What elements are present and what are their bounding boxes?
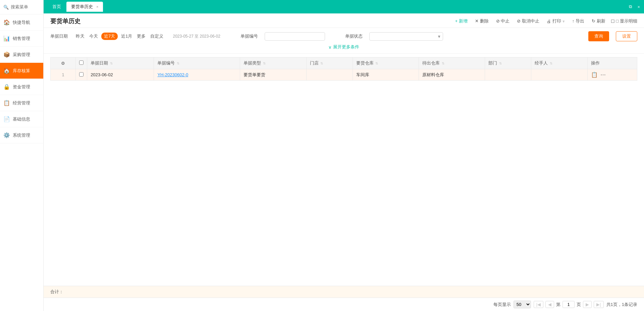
- table-row: 1 2023-06-02 YH-20230602-0 要货单要货 车间库 原材料…: [51, 69, 637, 81]
- delete-button[interactable]: ✕ 删除: [473, 17, 491, 26]
- refresh-button[interactable]: ↻ 刷新: [590, 17, 607, 26]
- sidebar-item-operation[interactable]: 📋 经营管理: [0, 95, 43, 111]
- sidebar-item-finance[interactable]: 🔒 资金管理: [0, 79, 43, 95]
- sidebar-search-label: 搜索菜单: [11, 4, 28, 10]
- tab-history[interactable]: 要货单历史 ×: [66, 2, 103, 12]
- expand-more[interactable]: ∨ 展开更多条件: [50, 44, 637, 50]
- row-store: [306, 69, 353, 81]
- th-checkbox: [76, 57, 87, 69]
- chevron-down-icon: ∨: [328, 45, 332, 50]
- top-bar: 首页 要货单历史 × ⧉ ×: [44, 0, 644, 13]
- sidebar-item-label: 库存核算: [13, 68, 30, 74]
- show-detail-label: □ 显示明细: [616, 18, 637, 24]
- doc-number-input[interactable]: [265, 32, 325, 41]
- box-icon: 📦: [3, 51, 10, 58]
- show-detail-button[interactable]: ☐ □ 显示明细: [611, 18, 637, 24]
- total-label: 合计：: [50, 289, 63, 294]
- sidebar-item-system[interactable]: ⚙️ 系统管理: [0, 127, 43, 143]
- date-options: 昨天 今天 近7天 近1月 更多 自定义: [74, 33, 165, 40]
- select-all-checkbox[interactable]: [79, 60, 84, 65]
- sidebar-item-purchase[interactable]: 📦 采购管理: [0, 47, 43, 63]
- sidebar-item-sales[interactable]: 📊 销售管理: [0, 31, 43, 47]
- row-handler: [531, 69, 588, 81]
- row-checkbox-cell: [76, 69, 87, 81]
- next-page-button[interactable]: ▶: [583, 301, 592, 308]
- th-pending-warehouse[interactable]: 待出仓库 ⇅: [419, 57, 485, 69]
- th-handler[interactable]: 经手人 ⇅: [531, 57, 588, 69]
- sidebar-search[interactable]: 🔍 搜索菜单: [0, 0, 43, 14]
- settings-button[interactable]: 设置: [616, 31, 637, 41]
- prev-page-button[interactable]: ◀: [545, 301, 554, 308]
- home-icon: 🏠: [3, 19, 10, 26]
- gear-icon: ⚙️: [3, 132, 10, 138]
- sidebar-item-label: 系统管理: [13, 132, 30, 138]
- filter-row-1: 单据日期 昨天 今天 近7天 近1月 更多 自定义 2023-05-27 至 2…: [50, 31, 637, 41]
- row-number-link[interactable]: YH-20230602-0: [157, 72, 188, 77]
- th-action: 操作: [587, 57, 637, 69]
- sidebar-item-basic[interactable]: 📄 基础信息: [0, 111, 43, 127]
- content-area: 要货单历史 + 新增 ✕ 删除 ⊘ 中止 ⊘ 取消中止 🖨 🖨 打印 打印 ▾ …: [44, 13, 644, 311]
- lock-icon: 🔒: [3, 84, 10, 90]
- row-settings: 1: [51, 69, 76, 81]
- last-page-button[interactable]: ▶|: [594, 301, 603, 308]
- page-label: 页: [577, 302, 581, 308]
- main-area: 首页 要货单历史 × ⧉ × 要货单历史 + 新增 ✕ 删除 ⊘ 中止 ⊘ 取消…: [44, 0, 644, 311]
- add-button[interactable]: + 新增: [453, 17, 470, 26]
- sidebar: 🔍 搜索菜单 🏠 快捷导航 📊 销售管理 📦 采购管理 🏠 库存核算 🔒 资金管…: [0, 0, 44, 311]
- row-edit-icon[interactable]: 📋: [591, 72, 598, 78]
- th-req-warehouse[interactable]: 要货仓库 ⇅: [353, 57, 419, 69]
- row-type: 要货单要货: [240, 69, 306, 81]
- pagination-bar: 每页显示 20 50 100 |◀ ◀ 第 页 ▶ ▶| 共1页，1条记录: [44, 298, 644, 311]
- page-title: 要货单历史: [50, 17, 80, 25]
- operation-icon: 📋: [3, 100, 10, 106]
- th-date[interactable]: 单据日期 ⇅: [87, 57, 154, 69]
- page-label-pre: 第: [556, 302, 560, 308]
- tab-home[interactable]: 首页: [48, 2, 66, 12]
- checkbox-icon: ☐: [611, 19, 615, 24]
- doc-icon: 📄: [3, 116, 10, 122]
- sidebar-item-quick-nav[interactable]: 🏠 快捷导航: [0, 14, 43, 31]
- total-info: 共1页，1条记录: [606, 302, 637, 308]
- sidebar-item-label: 销售管理: [13, 36, 30, 42]
- tab-home-label: 首页: [52, 4, 61, 10]
- export-button[interactable]: ↑ 导出: [570, 17, 586, 26]
- date-opt-1month[interactable]: 近1月: [120, 33, 133, 40]
- th-department[interactable]: 部门 ⇅: [485, 57, 531, 69]
- status-select[interactable]: [369, 32, 443, 41]
- data-table: ⚙ 单据日期 ⇅ 单据编号 ⇅ 单据类型 ⇅ 门店 ⇅ 要货仓库 ⇅ 待出仓库 …: [50, 57, 637, 81]
- th-settings[interactable]: ⚙: [51, 57, 76, 69]
- print-button[interactable]: 🖨 🖨 打印 打印 ▾: [545, 17, 567, 26]
- th-number[interactable]: 单据编号 ⇅: [154, 57, 240, 69]
- page-number-input[interactable]: [562, 301, 575, 308]
- stop-button[interactable]: ⊘ 中止: [494, 17, 512, 26]
- sidebar-item-inventory[interactable]: 🏠 库存核算: [0, 63, 43, 79]
- status-select-wrap: ▾: [369, 32, 443, 41]
- page-size-select[interactable]: 20 50 100: [514, 301, 531, 308]
- th-store[interactable]: 门店 ⇅: [306, 57, 353, 69]
- top-bar-right: ⧉ ×: [629, 4, 640, 9]
- date-opt-today[interactable]: 今天: [88, 33, 99, 40]
- cancel-stop-button[interactable]: ⊘ 取消中止: [515, 17, 541, 26]
- table-footer: 合计：: [44, 286, 644, 298]
- tab-history-close[interactable]: ×: [96, 5, 98, 9]
- status-label: 单据状态: [345, 33, 363, 39]
- filter-bar: 单据日期 昨天 今天 近7天 近1月 更多 自定义 2023-05-27 至 2…: [44, 28, 644, 54]
- close-button[interactable]: ×: [637, 4, 640, 9]
- doc-number-label: 单据编号: [240, 33, 258, 39]
- expand-more-label: 展开更多条件: [333, 44, 359, 50]
- date-opt-yesterday[interactable]: 昨天: [74, 33, 86, 40]
- row-more-icon[interactable]: ⋯: [600, 72, 606, 78]
- first-page-button[interactable]: |◀: [534, 301, 543, 308]
- date-opt-custom[interactable]: 自定义: [149, 33, 165, 40]
- date-opt-7days[interactable]: 近7天: [101, 33, 118, 40]
- row-checkbox[interactable]: [79, 72, 84, 77]
- query-button[interactable]: 查询: [588, 31, 609, 41]
- date-opt-more[interactable]: 更多: [136, 33, 147, 40]
- restore-button[interactable]: ⧉: [629, 4, 632, 9]
- tab-history-label: 要货单历史: [71, 4, 93, 10]
- sidebar-item-label: 经营管理: [13, 100, 30, 106]
- sidebar-item-label: 采购管理: [13, 52, 30, 58]
- row-date: 2023-06-02: [87, 69, 154, 81]
- th-type[interactable]: 单据类型 ⇅: [240, 57, 306, 69]
- sidebar-item-label: 快捷导航: [13, 19, 30, 26]
